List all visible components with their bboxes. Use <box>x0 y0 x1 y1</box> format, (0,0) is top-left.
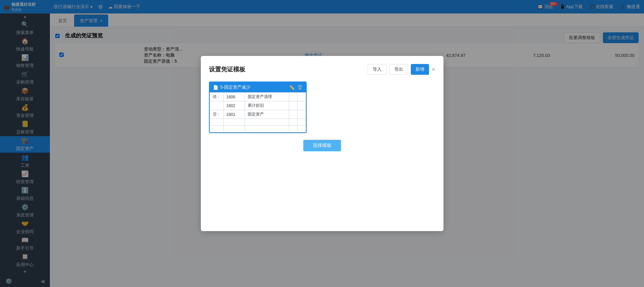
entry-subject-2: 累计折旧 <box>245 101 289 110</box>
template-doc-icon: 📄 <box>213 85 218 90</box>
template-entry-row-empty-2 <box>210 126 306 132</box>
entry-code-2: 1602 <box>223 101 245 110</box>
template-id-name: 5-固定资产减少 <box>220 84 251 90</box>
modal-title: 设置凭证模板 <box>209 65 245 73</box>
template-entries-table: 借： 1606 固定资产清理 1602 累计折旧 <box>210 92 306 132</box>
template-entry-row-empty-1 <box>210 119 306 126</box>
empty-cell-3 <box>245 119 289 126</box>
template-header-icons: ✏️ 🗑️ <box>289 85 303 90</box>
template-card-header: 📄 5-固定资产减少 ✏️ 🗑️ <box>210 82 306 92</box>
entry-amount-3 <box>289 110 297 119</box>
entry-code-1: 1606 <box>223 93 245 101</box>
empty-cell-1 <box>210 119 223 126</box>
empty-cell-8 <box>245 126 289 132</box>
modal-header: 设置凭证模板 导入 导出 新增 × <box>209 64 435 75</box>
template-card-fixed-asset-decrease[interactable]: 📄 5-固定资产减少 ✏️ 🗑️ 借： 1606 <box>209 82 307 133</box>
modal-close-button[interactable]: × <box>432 66 435 73</box>
delete-icon[interactable]: 🗑️ <box>297 85 303 90</box>
template-entry-row-2: 1602 累计折旧 <box>210 101 306 110</box>
template-header-left: 📄 5-固定资产减少 <box>213 84 251 90</box>
modal-overlay: 设置凭证模板 导入 导出 新增 × 📄 5-固定资产减少 <box>0 0 644 287</box>
modal-header-right: 导入 导出 新增 × <box>368 64 435 75</box>
entry-code-3: 1601 <box>223 110 245 119</box>
empty-cell-4 <box>289 119 297 126</box>
template-entry-row-1: 借： 1606 固定资产清理 <box>210 93 306 101</box>
empty-cell-9 <box>289 126 297 132</box>
entry-subject-3: 固定资产 <box>245 110 289 119</box>
set-voucher-template-modal: 设置凭证模板 导入 导出 新增 × 📄 5-固定资产减少 <box>201 56 443 231</box>
export-button[interactable]: 导出 <box>389 64 408 75</box>
entry-amount-2 <box>289 101 297 110</box>
modal-actions: 导入 导出 新增 <box>368 64 429 75</box>
entry-extra-3 <box>297 110 306 119</box>
import-button[interactable]: 导入 <box>368 64 387 75</box>
empty-cell-2 <box>223 119 245 126</box>
entry-amount-1 <box>289 93 297 101</box>
template-entry-row-3: 贷： 1601 固定资产 <box>210 110 306 119</box>
template-card-body: 借： 1606 固定资产清理 1602 累计折旧 <box>210 92 306 132</box>
entry-type-2 <box>210 101 223 110</box>
entry-type-1: 借： <box>210 93 223 101</box>
entry-extra-1 <box>297 93 306 101</box>
empty-cell-6 <box>210 126 223 132</box>
template-grid: 📄 5-固定资产减少 ✏️ 🗑️ 借： 1606 <box>209 82 435 133</box>
select-template-button[interactable]: 选择模板 <box>303 140 341 151</box>
new-button[interactable]: 新增 <box>411 64 429 75</box>
edit-icon[interactable]: ✏️ <box>289 85 295 90</box>
empty-cell-5 <box>297 119 306 126</box>
entry-type-3: 贷： <box>210 110 223 119</box>
empty-cell-7 <box>223 126 245 132</box>
empty-cell-10 <box>297 126 306 132</box>
entry-subject-1: 固定资产清理 <box>245 93 289 101</box>
entry-extra-2 <box>297 101 306 110</box>
